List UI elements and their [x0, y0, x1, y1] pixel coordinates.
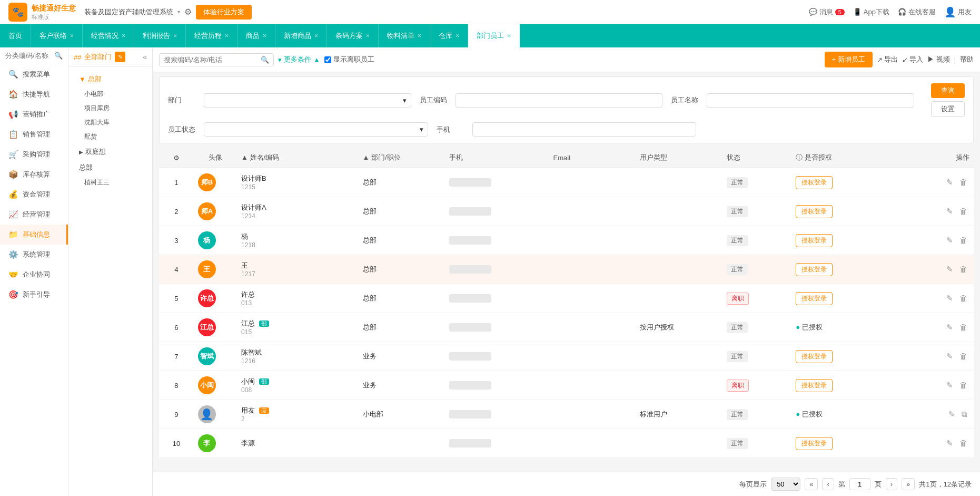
nav-close-bom[interactable]: × [418, 32, 421, 40]
empname-filter-input[interactable] [707, 93, 914, 108]
app-download-action[interactable]: 📱 App下载 [853, 7, 889, 17]
trial-button[interactable]: 体验行业方案 [196, 5, 252, 20]
delete-btn-4[interactable]: 🗑 [957, 264, 969, 275]
delete-btn-2[interactable]: 🗑 [957, 206, 969, 217]
dept-node-headquarters[interactable]: ▼ 总部 [68, 71, 152, 87]
sidebar-item-inventory[interactable]: 📦 库存核算 [0, 164, 68, 184]
delete-btn-1[interactable]: 🗑 [957, 177, 969, 188]
edit-btn-8[interactable]: ✎ [944, 380, 955, 391]
edit-btn-9[interactable]: ✎ [946, 409, 957, 420]
import-button[interactable]: ↙ 导入 [902, 55, 923, 64]
authorize-btn-1[interactable]: 授权登录 [796, 176, 833, 189]
dept-node-hq2[interactable]: 总部 [68, 160, 152, 176]
edit-btn-2[interactable]: ✎ [944, 206, 955, 217]
dept-subnode-project[interactable]: 项目库房 [68, 101, 152, 115]
sidebar-item-marketing[interactable]: 📢 营销推广 [0, 104, 68, 124]
online-service-action[interactable]: 🎧 在线客服 [898, 7, 936, 17]
nav-close-barcode[interactable]: × [366, 32, 370, 40]
authorize-btn-2[interactable]: 授权登录 [796, 205, 833, 218]
nav-close-history[interactable]: × [225, 32, 229, 40]
sidebar-item-finance[interactable]: 💰 资金管理 [0, 184, 68, 205]
delete-btn-3[interactable]: 🗑 [957, 235, 969, 246]
user-action[interactable]: 👤 用友 [944, 6, 972, 18]
prev-page-btn[interactable]: ‹ [822, 478, 834, 490]
dept-subnode-delivery[interactable]: 配货 [68, 130, 152, 144]
sidebar-item-guide[interactable]: 🎯 新手引导 [0, 285, 68, 305]
sidebar-item-operation[interactable]: 📈 经营管理 [0, 205, 68, 225]
col-dept-header[interactable]: ▲ 部门/职位 [359, 148, 446, 168]
edit-btn-5[interactable]: ✎ [944, 293, 955, 304]
authorize-btn-4[interactable]: 授权登录 [796, 263, 833, 276]
authorize-btn-10[interactable]: 授权登录 [796, 437, 833, 450]
col-name-header[interactable]: ▲ 姓名/编码 [237, 148, 358, 168]
delete-btn-6[interactable]: 🗑 [957, 322, 969, 333]
sidebar-item-system[interactable]: ⚙️ 系统管理 [0, 245, 68, 265]
sidebar-item-purchase[interactable]: 🛒 采购管理 [0, 144, 68, 164]
nav-item-bom[interactable]: 物料清单 × [379, 24, 430, 47]
help-button[interactable]: 帮助 [960, 55, 974, 64]
edit-btn-6[interactable]: ✎ [944, 322, 955, 333]
nav-item-operations[interactable]: 经营情况 × [83, 24, 134, 47]
authorize-btn-5[interactable]: 授权登录 [796, 292, 833, 305]
nav-item-home[interactable]: 首页 [0, 24, 31, 47]
nav-item-profit[interactable]: 利润报告 × [134, 24, 186, 47]
authorize-btn-8[interactable]: 授权登录 [796, 379, 833, 392]
system-name-arrow[interactable]: ▾ [177, 9, 180, 15]
authorize-btn-7[interactable]: 授权登录 [796, 350, 833, 363]
last-page-btn[interactable]: » [902, 478, 915, 490]
delete-btn-8[interactable]: 🗑 [957, 380, 969, 391]
nav-close-profit[interactable]: × [173, 32, 177, 40]
dept-node-shuangtingxiang[interactable]: ▶ 双庭想 [68, 144, 152, 160]
edit-btn-7[interactable]: ✎ [944, 351, 955, 362]
nav-close-goods[interactable]: × [263, 32, 266, 40]
nav-item-history[interactable]: 经营历程 × [186, 24, 237, 47]
more-filter-button[interactable]: ▾ 更多条件 ▲ [278, 55, 320, 64]
dept-subnode-planting[interactable]: 植树王三 [68, 176, 152, 190]
dept-collapse-btn[interactable]: « [143, 53, 147, 61]
page-number-input[interactable] [849, 478, 870, 490]
nav-item-customers[interactable]: 客户联络 × [31, 24, 83, 47]
export-button[interactable]: ↗ 导出 [877, 55, 898, 64]
nav-close-employees[interactable]: × [507, 32, 511, 40]
dept-all-header[interactable]: ## 全部部门 ✎ « [68, 47, 152, 67]
authorize-btn-3[interactable]: 授权登录 [796, 234, 833, 247]
phone-filter-input[interactable] [472, 122, 697, 137]
nav-close-customers[interactable]: × [70, 32, 74, 40]
sidebar-item-nav[interactable]: 🏠 快捷导航 [0, 84, 68, 104]
nav-item-barcode[interactable]: 条码方案 × [327, 24, 379, 47]
col-settings[interactable]: ⚙ [159, 148, 194, 168]
edit-btn-10[interactable]: ✎ [944, 437, 955, 449]
message-action[interactable]: 💬 消息 5 [809, 7, 845, 17]
next-page-btn[interactable]: › [886, 478, 897, 490]
status-filter-select[interactable]: ▾ [204, 122, 428, 137]
dept-edit-icon[interactable]: ✎ [115, 52, 125, 62]
page-size-select[interactable]: 50 100 [771, 478, 800, 491]
edit-btn-4[interactable]: ✎ [944, 264, 955, 275]
delete-btn-7[interactable]: 🗑 [957, 351, 969, 362]
show-resigned-label[interactable]: 显示离职员工 [324, 55, 374, 64]
first-page-btn[interactable]: « [805, 478, 818, 490]
sidebar-item-collab[interactable]: 🤝 企业协同 [0, 265, 68, 285]
empcode-filter-input[interactable] [456, 93, 663, 108]
nav-item-employees[interactable]: 部门员工 × [468, 24, 520, 47]
query-button[interactable]: 查询 [931, 83, 965, 98]
sidebar-item-basic[interactable]: 📁 基础信息 [0, 225, 68, 245]
copy-btn-9[interactable]: ⧉ [959, 409, 969, 420]
video-button[interactable]: ▶ 视频 [927, 55, 950, 64]
dept-subnode-shenyang[interactable]: 沈阳大库 [68, 115, 152, 130]
nav-item-new-goods[interactable]: 新增商品 × [275, 24, 327, 47]
sidebar-search-input[interactable] [5, 52, 51, 60]
delete-btn-5[interactable]: 🗑 [957, 293, 969, 304]
nav-item-goods[interactable]: 商品 × [237, 24, 275, 47]
dept-subnode-small[interactable]: 小电部 [68, 87, 152, 101]
nav-close-new-goods[interactable]: × [314, 32, 318, 40]
edit-btn-1[interactable]: ✎ [944, 177, 955, 188]
show-resigned-checkbox[interactable] [324, 56, 331, 63]
gear-button[interactable]: ⚙ [184, 7, 192, 17]
add-employee-button[interactable]: + 新增员工 [825, 52, 873, 67]
nav-close-operations[interactable]: × [122, 32, 125, 40]
sidebar-item-search[interactable]: 🔍 搜索菜单 [0, 64, 68, 84]
nav-item-warehouse[interactable]: 仓库 × [430, 24, 468, 47]
sidebar-item-sales[interactable]: 📋 销售管理 [0, 124, 68, 144]
edit-btn-3[interactable]: ✎ [944, 235, 955, 246]
